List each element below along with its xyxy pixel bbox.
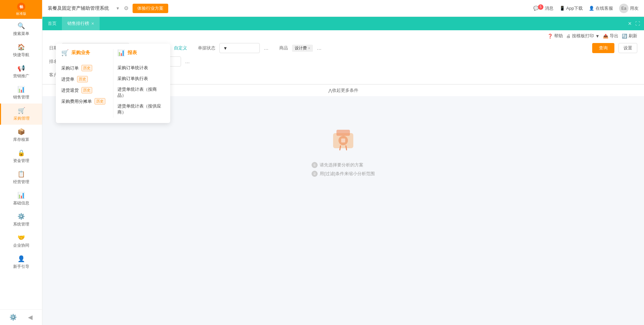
- logo-text: 标准版: [16, 11, 26, 16]
- dropdown-divider: [113, 49, 113, 118]
- basic-info-icon: 📊: [17, 192, 25, 199]
- search-icon: 🔍: [17, 22, 25, 30]
- print-btn[interactable]: 🖨 按模板打印 ▼: [566, 33, 600, 39]
- phone-icon: 📱: [560, 6, 565, 11]
- app-download-item[interactable]: 📱 App下载: [560, 5, 583, 11]
- dropdown-item-purchase-order[interactable]: 采购订单 历史: [61, 63, 109, 74]
- query-button[interactable]: 查询: [592, 43, 614, 53]
- dropdown-item-purchase-stock[interactable]: 进货单 历史: [61, 74, 109, 85]
- goods-tag-close[interactable]: ×: [308, 46, 310, 50]
- sidebar-item-quick-nav[interactable]: 🏠 快捷导航: [0, 40, 42, 61]
- report-1-label: 采购订单统计表: [117, 65, 148, 71]
- export-btn[interactable]: 📤 导出: [603, 33, 618, 39]
- help-btn[interactable]: ❓ 帮助: [547, 33, 563, 39]
- purchase-order-label: 采购订单: [61, 65, 79, 71]
- inventory-icon: 📦: [17, 128, 25, 135]
- dropdown-item-report-3[interactable]: 进货单统计表（按商品）: [117, 84, 165, 101]
- tab-sales-rank[interactable]: 销售排行榜 ✕: [62, 17, 100, 30]
- tab-close-icon[interactable]: ✕: [91, 22, 94, 26]
- dropdown-col-purchase: 🛒 采购业务 采购订单 历史 进货单 历史 进货退货 历史 采购费用分摊单: [61, 49, 109, 118]
- help-icon: ❓: [547, 34, 553, 39]
- refresh-btn[interactable]: 🔄 刷新: [622, 33, 637, 39]
- settings-icon[interactable]: ⚙: [124, 5, 129, 11]
- svg-line-7: [346, 146, 347, 150]
- sidebar: 畅 标准版 🔍 搜索菜单 🏠 快捷导航 📢 营销推广 📊 销售管理 🛒 采购管理…: [0, 0, 42, 325]
- sidebar-item-basic-info[interactable]: 📊 基础信息: [0, 188, 42, 209]
- purchase-return-history: 历史: [81, 87, 92, 93]
- enterprise-icon: 🤝: [17, 234, 25, 241]
- reports-menu-icon: 📊: [117, 49, 125, 56]
- sidebar-item-enterprise[interactable]: 🤝 企业协同: [0, 231, 42, 252]
- purchase-stock-history: 历史: [77, 76, 88, 82]
- empty-hint-2: ② 用[过滤]条件来缩小分析范围: [312, 169, 374, 178]
- purchase-icon: 🛒: [18, 107, 25, 114]
- sidebar-item-newbie[interactable]: 👤 新手引导: [0, 252, 42, 273]
- dropdown-item-purchase-return[interactable]: 进货退货 历史: [61, 85, 109, 96]
- collapse-sidebar-icon[interactable]: ◀: [28, 314, 33, 321]
- sidebar-item-purchase[interactable]: 🛒 采购管理: [0, 104, 42, 125]
- sidebar-item-inventory-label: 库存核算: [13, 137, 29, 143]
- dropdown-item-report-4[interactable]: 进货单统计表（按供应商）: [117, 101, 165, 118]
- page-body: ❓ 帮助 🖨 按模板打印 ▼ 📤 导出 🔄 刷新 日期: [42, 30, 644, 325]
- hint-text-2: 用[过滤]条件来缩小分析范围: [320, 169, 374, 178]
- messages-item[interactable]: 💬 5 消息: [533, 5, 553, 11]
- purchase-return-label: 进货退货: [61, 87, 79, 93]
- export-icon: 📤: [603, 34, 608, 39]
- dropdown-item-report-1[interactable]: 采购订单统计表: [117, 63, 165, 73]
- tab-bar: 首页 销售排行榜 ✕ ✕ ⛶: [42, 17, 644, 30]
- tab-maximize-icon[interactable]: ⛶: [635, 21, 640, 26]
- print-icon: 🖨: [566, 34, 571, 39]
- user-item[interactable]: Ea 用友: [619, 4, 639, 13]
- tab-sales-rank-label: 销售排行榜: [67, 21, 89, 27]
- voucher-status-select[interactable]: ▼: [219, 43, 260, 53]
- sidebar-item-enterprise-label: 企业协同: [13, 243, 29, 248]
- industry-btn[interactable]: 体验行业方案: [133, 4, 168, 13]
- settings-bottom-icon[interactable]: ⚙️: [9, 314, 17, 321]
- logo-icon: 畅: [15, 3, 27, 11]
- operations-icon: 📋: [17, 170, 25, 178]
- sidebar-item-newbie-label: 新手引导: [13, 264, 29, 270]
- collapse-icon: ⋀: [328, 88, 332, 93]
- newbie-icon: 👤: [17, 255, 25, 262]
- report-2-label: 采购订单执行表: [117, 76, 148, 82]
- dropdown-item-report-2[interactable]: 采购订单执行表: [117, 73, 165, 84]
- dropdown-item-purchase-expense[interactable]: 采购费用分摊单 历史: [61, 96, 109, 107]
- svg-rect-5: [341, 138, 345, 143]
- voucher-status-arrow: ▼: [223, 46, 227, 51]
- app-download-label: App下载: [566, 5, 583, 11]
- svg-rect-3: [336, 130, 350, 136]
- sidebar-item-inventory[interactable]: 📦 库存核算: [0, 125, 42, 146]
- user-avatar: Ea: [619, 4, 629, 13]
- empty-hints: ① 请先选择要分析的方案 ② 用[过滤]条件来缩小分析范围: [312, 161, 374, 178]
- refresh-label: 刷新: [629, 33, 637, 39]
- voucher-status-dots[interactable]: ...: [264, 45, 268, 51]
- sidebar-item-system[interactable]: ⚙️ 系统管理: [0, 209, 42, 231]
- tab-fullscreen-close-icon[interactable]: ✕: [628, 21, 632, 26]
- date-custom[interactable]: 自定义: [174, 45, 187, 51]
- purchase-expense-label: 采购费用分摊单: [61, 98, 92, 105]
- goods-tag-text: 设计费: [295, 45, 307, 51]
- sidebar-item-finance-label: 资金管理: [13, 158, 29, 164]
- sidebar-item-sales[interactable]: 📊 销售管理: [0, 82, 42, 104]
- empty-illustration: [326, 123, 360, 157]
- hint-num-1: ①: [312, 162, 318, 168]
- collapse-label: 收起更多条件: [332, 87, 358, 93]
- salesperson-dots[interactable]: ...: [185, 58, 189, 65]
- online-service-item[interactable]: 👤 在线客服: [589, 5, 613, 11]
- tab-home[interactable]: 首页: [42, 17, 62, 30]
- setting-button[interactable]: 设置: [618, 43, 637, 53]
- sidebar-item-marketing[interactable]: 📢 营销推广: [0, 61, 42, 82]
- hint-text-1: 请先选择要分析的方案: [320, 161, 363, 169]
- purchase-menu-icon: 🛒: [61, 49, 69, 56]
- print-dropdown-icon: ▼: [595, 34, 600, 39]
- system-dropdown-arrow[interactable]: ▼: [116, 6, 120, 11]
- help-label: 帮助: [554, 33, 563, 39]
- sidebar-item-marketing-label: 营销推广: [13, 73, 29, 79]
- sidebar-item-search[interactable]: 🔍 搜索菜单: [0, 19, 42, 40]
- home-icon: 🏠: [17, 43, 25, 51]
- purchase-stock-label: 进货单: [61, 76, 74, 82]
- goods-dots[interactable]: ...: [317, 45, 321, 51]
- dropdown-col2-title-text: 报表: [128, 50, 137, 56]
- sidebar-item-operations[interactable]: 📋 经营管理: [0, 167, 42, 188]
- sidebar-item-finance[interactable]: 🔒 资金管理: [0, 146, 42, 167]
